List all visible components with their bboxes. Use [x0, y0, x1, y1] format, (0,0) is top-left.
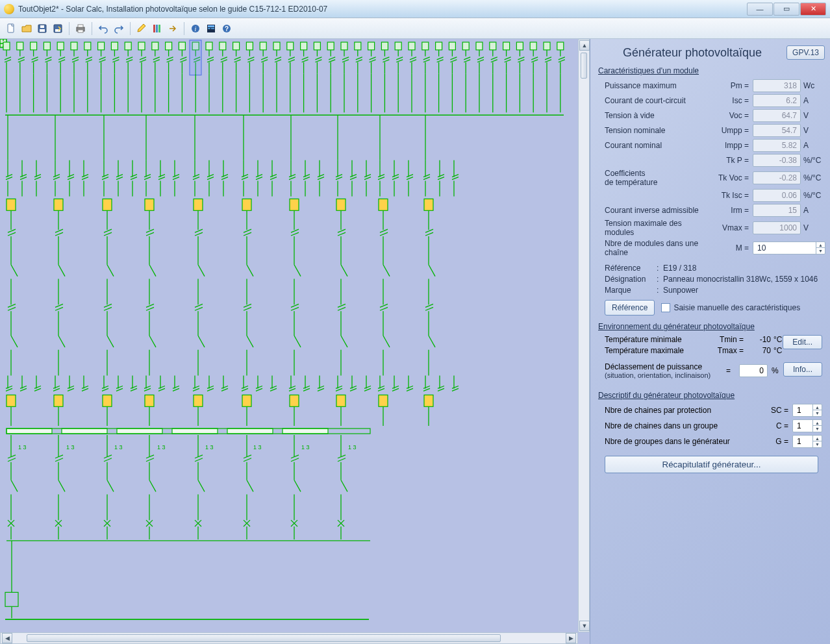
svg-text:1 3: 1 3: [66, 444, 75, 451]
module-value-field[interactable]: 54.7: [753, 124, 801, 137]
svg-rect-71: [145, 395, 154, 406]
module-value-field[interactable]: 15: [753, 204, 801, 217]
svg-rect-47: [355, 42, 361, 50]
save-icon[interactable]: [35, 21, 49, 36]
module-prop-row: Tension nominaleUmpp =54.7V: [605, 124, 825, 137]
svg-rect-70: [145, 199, 154, 210]
arrow-icon[interactable]: [166, 21, 180, 36]
svg-text:1 3: 1 3: [157, 444, 166, 451]
svg-text:i: i: [195, 25, 197, 32]
modules-in-chain-spinner[interactable]: 10 ▲▼: [753, 242, 825, 254]
reference-label: Référence: [605, 264, 657, 273]
open-file-icon[interactable]: [19, 21, 34, 36]
declass-value[interactable]: 0: [739, 364, 768, 377]
module-value-field[interactable]: 0.06: [753, 189, 801, 202]
gpv-badge[interactable]: GPV.13: [786, 45, 825, 60]
module-value-field[interactable]: 64.7: [753, 109, 801, 122]
modules-in-chain-row: Nbre de modules dans une chaîne M = 10 ▲…: [605, 239, 825, 257]
svg-rect-10: [156, 25, 158, 32]
designation-value: Panneau monocristallin 318Wc, 1559 x 104…: [663, 275, 825, 284]
g-spinner[interactable]: 1 ▲▼: [792, 435, 822, 448]
diagram-area: 1 31 31 31 31 31 31 31 3 ▲ ▼ ◀ ▶: [0, 39, 590, 644]
svg-text:1 3: 1 3: [301, 444, 310, 451]
svg-rect-58: [503, 42, 510, 50]
svg-rect-61: [544, 42, 550, 50]
svg-rect-17: [211, 28, 214, 29]
app-icon: [4, 4, 14, 14]
svg-text:1 3: 1 3: [18, 444, 27, 451]
manual-entry-checkbox[interactable]: Saisie manuelle des caractéristiques: [661, 303, 800, 312]
svg-rect-3: [40, 25, 44, 28]
new-file-icon[interactable]: [4, 21, 18, 36]
redo-icon[interactable]: [112, 21, 126, 36]
svg-rect-41: [273, 42, 280, 50]
designation-label: Désignation: [605, 275, 657, 284]
module-value-field[interactable]: -0.38: [753, 154, 801, 167]
svg-rect-91: [5, 592, 18, 606]
info-button[interactable]: Info...: [783, 362, 822, 377]
schematic-canvas[interactable]: 1 31 31 31 31 31 31 31 3: [0, 39, 578, 632]
svg-rect-72: [194, 199, 203, 210]
module-value-field[interactable]: 6.2: [753, 94, 801, 107]
svg-rect-0: [8, 24, 14, 32]
svg-rect-22: [17, 42, 23, 50]
svg-rect-75: [242, 395, 251, 406]
module-prop-row: Puissance maximumPm =318Wc: [605, 79, 825, 92]
svg-rect-83: [424, 395, 433, 406]
window-title: ToutObjet2* - Solar Calc, Installation p…: [18, 5, 746, 14]
svg-rect-88: [227, 428, 273, 434]
svg-rect-45: [327, 42, 334, 50]
vertical-scrollbar[interactable]: ▲ ▼: [578, 39, 590, 632]
svg-rect-36: [206, 42, 212, 50]
close-button[interactable]: ✕: [800, 3, 826, 16]
svg-rect-74: [242, 199, 251, 210]
horizontal-scrollbar[interactable]: ◀ ▶: [0, 632, 578, 644]
module-value-field[interactable]: 5.82: [753, 139, 801, 152]
svg-rect-28: [98, 42, 105, 50]
svg-rect-46: [341, 42, 347, 50]
minimize-button[interactable]: —: [747, 3, 773, 16]
svg-rect-89: [283, 428, 328, 434]
svg-rect-48: [368, 42, 375, 50]
module-prop-row: Tension à videVoc =64.7V: [605, 109, 825, 122]
svg-rect-42: [287, 42, 294, 50]
svg-rect-73: [194, 395, 203, 406]
maximize-button[interactable]: ▭: [773, 3, 799, 16]
svg-rect-87: [172, 428, 218, 434]
svg-rect-30: [125, 42, 131, 50]
svg-rect-40: [260, 42, 266, 50]
help-icon[interactable]: ?: [220, 21, 234, 36]
recap-button[interactable]: Récapitulatif générateur...: [605, 456, 818, 473]
svg-rect-9: [153, 25, 155, 32]
svg-rect-82: [424, 199, 433, 210]
module-value-field[interactable]: -0.28: [753, 171, 801, 184]
svg-rect-69: [103, 395, 112, 406]
info-icon[interactable]: i: [188, 21, 203, 36]
module-prop-row: Coefficients de températureTk Voc =-0.28…: [605, 169, 825, 187]
library-icon[interactable]: [150, 21, 164, 36]
print-icon[interactable]: [73, 21, 88, 36]
svg-rect-81: [379, 395, 388, 406]
svg-rect-85: [62, 428, 107, 434]
module-value-field[interactable]: 318: [753, 79, 801, 92]
svg-text:?: ?: [225, 25, 229, 32]
svg-rect-60: [530, 42, 536, 50]
sc-spinner[interactable]: 1 ▲▼: [792, 404, 822, 417]
module-value-field[interactable]: 1000: [753, 221, 801, 234]
titlebar: ToutObjet2* - Solar Calc, Installation p…: [0, 0, 830, 18]
panel-title: Générateur photovoltaïque: [598, 46, 786, 60]
svg-rect-53: [436, 42, 442, 50]
svg-rect-52: [422, 42, 429, 50]
undo-icon[interactable]: [96, 21, 110, 36]
save-as-icon[interactable]: [51, 21, 65, 36]
reference-button[interactable]: Référence: [605, 300, 655, 316]
svg-rect-50: [395, 42, 401, 50]
marque-label: Marque: [605, 286, 657, 295]
c-spinner[interactable]: 1 ▲▼: [792, 419, 822, 432]
main-area: 1 31 31 31 31 31 31 31 3 ▲ ▼ ◀ ▶ Générat…: [0, 39, 830, 644]
module-prop-row: Courant inverse admissibleIrm =15A: [605, 204, 825, 217]
edit-icon[interactable]: [134, 21, 149, 36]
svg-rect-39: [246, 42, 253, 50]
svg-text:1 3: 1 3: [114, 444, 123, 451]
solar-calc-icon[interactable]: [204, 21, 218, 36]
